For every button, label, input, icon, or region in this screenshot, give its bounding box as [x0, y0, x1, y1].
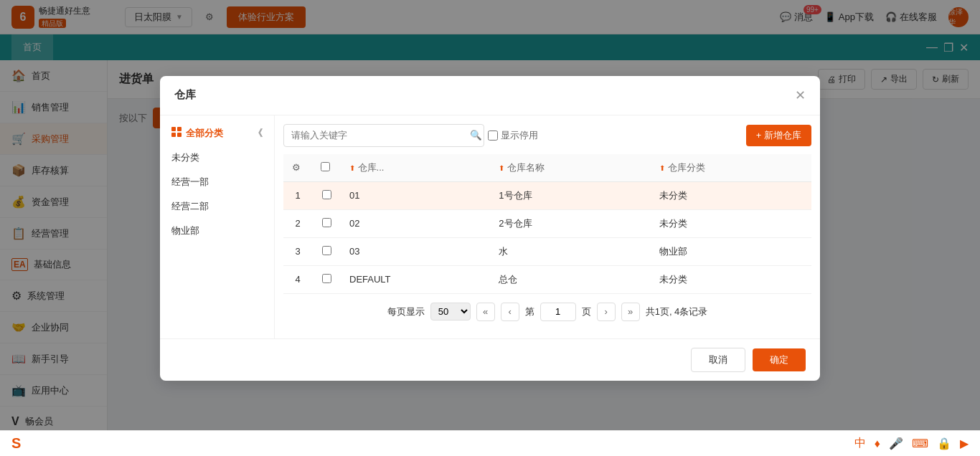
input-icon[interactable]: ♦: [875, 437, 880, 450]
per-page-select[interactable]: 50 10 20 100: [430, 303, 471, 320]
category-label: 经营一部: [171, 176, 209, 189]
sort-icon-code: ⬆: [349, 164, 355, 172]
page-label: 第: [525, 305, 534, 318]
cell-category: 未分类: [651, 265, 811, 293]
dialog-header: 仓库 ✕: [160, 76, 820, 115]
row-checkbox[interactable]: [322, 274, 331, 283]
table-row[interactable]: 1 01 1号仓库 未分类: [283, 181, 811, 209]
warehouse-dialog: 仓库 ✕ 全部分类 《: [160, 76, 820, 381]
category-item-all[interactable]: 全部分类 《: [160, 121, 274, 146]
select-all-checkbox[interactable]: [321, 162, 330, 171]
th-name[interactable]: ⬆ 仓库名称: [490, 154, 651, 182]
keyboard-icon[interactable]: ⌨: [912, 437, 928, 450]
search-button[interactable]: 🔍: [470, 130, 482, 141]
cell-num: 2: [283, 209, 312, 237]
category-item-ops2[interactable]: 经营二部: [160, 194, 274, 219]
cell-category: 未分类: [651, 181, 811, 209]
th-code[interactable]: ⬆ 仓库...: [341, 154, 490, 182]
bottom-bar: S 中 ♦ 🎤 ⌨ 🔒 ▶: [0, 430, 980, 456]
table-toolbar: 🔍 显示停用 + 新增仓库: [283, 124, 811, 147]
row-checkbox[interactable]: [322, 190, 331, 199]
svg-rect-3: [177, 133, 182, 137]
bottom-icons: 中 ♦ 🎤 ⌨ 🔒 ▶: [854, 436, 969, 451]
sort-icon-category: ⬆: [659, 164, 665, 172]
first-page-button[interactable]: «: [476, 303, 495, 321]
category-item-ops1[interactable]: 经营一部: [160, 170, 274, 194]
table-body: 1 01 1号仓库 未分类 2: [283, 181, 811, 293]
confirm-button[interactable]: 确定: [753, 348, 806, 371]
per-page-label: 每页显示: [387, 305, 425, 318]
play-icon[interactable]: ▶: [960, 437, 969, 450]
category-label: 经营二部: [171, 200, 209, 213]
dialog-title: 仓库: [174, 88, 196, 102]
add-warehouse-button[interactable]: + 新增仓库: [746, 125, 811, 146]
category-label: 物业部: [171, 224, 199, 237]
category-item-property[interactable]: 物业部: [160, 219, 274, 243]
cell-num: 4: [283, 265, 312, 293]
cancel-button[interactable]: 取消: [691, 348, 745, 372]
th-gear[interactable]: ⚙: [283, 154, 312, 182]
cell-name: 1号仓库: [490, 181, 651, 209]
table-container: ⚙ ⬆ 仓库... ⬆ 仓库名称: [283, 154, 811, 294]
last-page-button[interactable]: »: [621, 303, 640, 321]
table-row[interactable]: 4 DEFAULT 总仓 未分类: [283, 265, 811, 293]
cell-code: 01: [341, 181, 490, 209]
svg-rect-0: [171, 127, 176, 131]
grid-icon: [171, 127, 182, 139]
s-logo: S: [11, 435, 21, 452]
category-label: 未分类: [171, 151, 199, 164]
sort-icon-name: ⬆: [499, 164, 504, 172]
show-disabled-text: 显示停用: [501, 129, 538, 142]
cell-checkbox: [312, 209, 341, 237]
dialog-close-button[interactable]: ✕: [795, 87, 806, 103]
show-disabled-label: 显示停用: [488, 129, 538, 142]
warehouse-table: ⚙ ⬆ 仓库... ⬆ 仓库名称: [283, 154, 811, 294]
page-suffix: 页: [582, 305, 591, 318]
cell-name: 水: [490, 237, 651, 265]
table-row[interactable]: 3 03 水 物业部: [283, 237, 811, 265]
row-checkbox[interactable]: [322, 218, 331, 227]
dialog-body: 全部分类 《 未分类 经营一部 经营二部 物业部: [160, 115, 820, 338]
cell-code: DEFAULT: [341, 265, 490, 293]
show-disabled-checkbox[interactable]: [488, 130, 498, 141]
category-sidebar: 全部分类 《 未分类 经营一部 经营二部 物业部: [160, 115, 275, 338]
cell-category: 物业部: [651, 237, 811, 265]
cell-checkbox: [312, 265, 341, 293]
cell-checkbox: [312, 181, 341, 209]
pagination: 每页显示 50 10 20 100 « ‹ 第 页 › » 共1页, 4条记录: [283, 294, 811, 330]
category-item-unclassified[interactable]: 未分类: [160, 146, 274, 170]
table-area: 🔍 显示停用 + 新增仓库 ⚙: [275, 115, 820, 338]
page-number-input[interactable]: [540, 303, 576, 321]
cell-num: 3: [283, 237, 312, 265]
th-category[interactable]: ⬆ 仓库分类: [651, 154, 811, 182]
cell-num: 1: [283, 181, 312, 209]
dialog-footer: 取消 确定: [160, 338, 820, 381]
lock-icon[interactable]: 🔒: [937, 437, 951, 450]
modal-overlay: 仓库 ✕ 全部分类 《: [0, 0, 980, 456]
total-records: 共1页, 4条记录: [646, 305, 708, 318]
svg-rect-1: [177, 127, 182, 131]
table-head: ⚙ ⬆ 仓库... ⬆ 仓库名称: [283, 154, 811, 182]
next-page-button[interactable]: ›: [597, 303, 616, 321]
svg-rect-2: [171, 133, 176, 137]
table-row[interactable]: 2 02 2号仓库 未分类: [283, 209, 811, 237]
search-input[interactable]: [283, 124, 484, 147]
lang-icon[interactable]: 中: [854, 436, 866, 451]
cell-name: 2号仓库: [490, 209, 651, 237]
cell-code: 03: [341, 237, 490, 265]
collapse-icon[interactable]: 《: [253, 127, 263, 140]
prev-page-button[interactable]: ‹: [501, 303, 519, 321]
cell-checkbox: [312, 237, 341, 265]
category-all-label: 全部分类: [186, 127, 223, 140]
cell-name: 总仓: [490, 265, 651, 293]
mic-icon[interactable]: 🎤: [889, 437, 903, 450]
cell-code: 02: [341, 209, 490, 237]
th-checkbox: [312, 154, 341, 182]
cell-category: 未分类: [651, 209, 811, 237]
row-checkbox[interactable]: [322, 246, 331, 255]
